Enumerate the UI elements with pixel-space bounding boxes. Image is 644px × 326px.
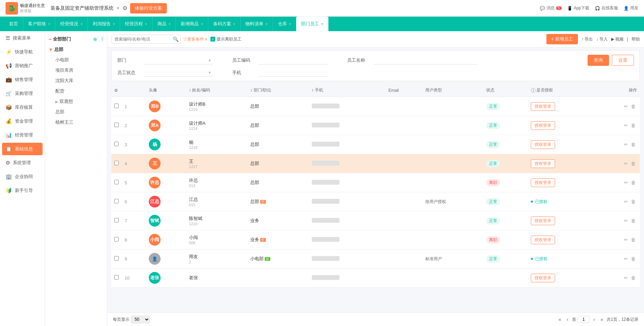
auth-btn[interactable]: 授权登录	[531, 140, 555, 149]
tree-item-zhishu[interactable]: 植树王三	[45, 117, 107, 127]
col-name[interactable]: ↕ 姓名/编码	[186, 84, 247, 97]
tab-close-icon[interactable]: ×	[233, 22, 235, 26]
help-text-btn[interactable]: 帮助	[632, 36, 640, 42]
auth-btn[interactable]: 授权登录	[531, 178, 555, 187]
tab-close-icon[interactable]: ×	[113, 22, 115, 26]
edit-btn[interactable]: ✏	[624, 104, 628, 109]
search-input[interactable]	[111, 35, 181, 44]
nav-tab-物料清单[interactable]: 物料清单×	[241, 17, 273, 31]
row-checkbox[interactable]	[114, 180, 119, 184]
sidebar-item-sales[interactable]: 💼销售管理	[0, 73, 45, 87]
emp-code-input[interactable]	[258, 56, 328, 64]
message-btn[interactable]: 💬 消息 5	[540, 5, 562, 11]
tab-close-icon[interactable]: ×	[145, 22, 147, 26]
auth-btn[interactable]: 授权登录	[531, 102, 555, 111]
delete-btn[interactable]: 🗑	[631, 256, 636, 262]
help-btn[interactable]: |	[627, 37, 628, 42]
row-checkbox[interactable]	[114, 237, 119, 241]
edit-btn[interactable]: ✏	[624, 218, 628, 223]
page-input[interactable]	[578, 316, 590, 323]
more-filter-btn[interactable]: ▽ 更多条件 ∧	[183, 36, 208, 42]
add-employee-btn[interactable]: + 新增员工	[546, 34, 578, 44]
delete-btn[interactable]: 🗑	[631, 237, 636, 243]
last-page-btn[interactable]: »	[598, 316, 605, 323]
delete-btn[interactable]: 🗑	[631, 161, 636, 166]
emp-status-select[interactable]	[144, 69, 213, 77]
tree-item-zongbu[interactable]: 总部	[45, 107, 107, 117]
gear-button[interactable]: ⚙	[123, 5, 127, 11]
delete-btn[interactable]: 🗑	[631, 218, 636, 223]
row-checkbox[interactable]	[114, 199, 119, 203]
app-download-btn[interactable]: 📱 App下载	[567, 5, 589, 11]
tree-item-project[interactable]: 项目库房	[45, 65, 107, 76]
tab-close-icon[interactable]: ×	[289, 22, 291, 26]
nav-tab-商品[interactable]: 商品×	[153, 17, 176, 31]
delete-btn[interactable]: 🗑	[631, 275, 636, 281]
import-btn[interactable]: ↓ 导入	[596, 36, 608, 42]
phone-input[interactable]	[258, 69, 328, 77]
col-settings[interactable]: ⚙	[111, 84, 122, 97]
delete-btn[interactable]: 🗑	[631, 104, 636, 109]
delete-btn[interactable]: 🗑	[631, 199, 636, 204]
auth-btn[interactable]: 授权登录	[531, 217, 555, 225]
delete-btn[interactable]: 🗑	[631, 142, 636, 147]
tree-item-shenyang[interactable]: 沈阳大库	[45, 76, 107, 86]
nav-tab-经营历程[interactable]: 经营历程×	[120, 17, 152, 31]
show-resigned-checkbox[interactable]: ✓	[210, 37, 215, 42]
first-page-btn[interactable]: «	[556, 316, 563, 323]
row-checkbox[interactable]	[114, 104, 119, 108]
edit-btn[interactable]: ✏	[624, 161, 628, 166]
row-checkbox[interactable]	[114, 218, 119, 222]
sidebar-item-inventory[interactable]: 📦库存核算	[0, 100, 45, 114]
auth-btn[interactable]: 授权登录	[531, 159, 555, 168]
sidebar-item-guide[interactable]: 🔰新手引导	[0, 184, 45, 197]
row-checkbox[interactable]	[114, 275, 119, 280]
query-btn[interactable]: 查询	[588, 55, 609, 66]
sidebar-item-finance[interactable]: 💰资金管理	[0, 114, 45, 128]
nav-tab-部门员工[interactable]: 部门员工×	[296, 17, 328, 31]
sidebar-item-marketing[interactable]: 📢营销推广	[0, 59, 45, 73]
user-btn[interactable]: 👤 用友	[624, 5, 638, 11]
auth-info-icon[interactable]: ℹ	[531, 88, 536, 93]
nav-tab-利润报告[interactable]: 利润报告×	[88, 17, 120, 31]
tree-collapse-btn[interactable]: 《	[99, 36, 103, 42]
sidebar-item-purchase[interactable]: 🛒采购管理	[0, 87, 45, 100]
tab-close-icon[interactable]: ×	[80, 22, 82, 26]
auth-btn[interactable]: 授权登录	[531, 236, 555, 244]
delete-btn[interactable]: 🗑	[631, 123, 636, 128]
next-page-btn[interactable]: ›	[591, 316, 597, 323]
emp-name-input[interactable]	[373, 56, 477, 64]
nav-tab-条码方案[interactable]: 条码方案×	[208, 17, 241, 31]
edit-btn[interactable]: ✏	[624, 256, 628, 262]
nav-tab-经营情况[interactable]: 经营情况×	[55, 17, 88, 31]
tree-item-xiaodian[interactable]: 小电部	[45, 55, 107, 65]
delete-btn[interactable]: 🗑	[631, 180, 636, 185]
tab-close-icon[interactable]: ×	[169, 22, 171, 26]
row-checkbox[interactable]	[114, 142, 119, 146]
system-title-dropdown[interactable]: ▼	[116, 6, 120, 10]
row-checkbox[interactable]	[114, 256, 119, 261]
sidebar-item-system[interactable]: ⚙系统管理	[0, 156, 45, 170]
nav-tab-仓库[interactable]: 仓库×	[273, 17, 296, 31]
row-checkbox[interactable]	[114, 161, 119, 165]
tab-close-icon[interactable]: ×	[201, 22, 203, 26]
auth-btn[interactable]: 授权登录	[531, 274, 555, 282]
edit-btn[interactable]: ✏	[624, 180, 628, 185]
nav-tab-新增商品[interactable]: 新增商品×	[176, 17, 208, 31]
nav-tab-客户联络[interactable]: 客户联络×	[23, 17, 55, 31]
tree-group-head[interactable]: ▼ 总部	[45, 44, 107, 55]
page-size-select[interactable]: 50 100	[131, 316, 150, 323]
edit-btn[interactable]: ✏	[624, 123, 628, 128]
col-dept[interactable]: ↕ 部门/职位	[247, 84, 309, 97]
view-btn[interactable]: ▶ 视频	[611, 36, 624, 42]
set-btn[interactable]: 设置	[612, 55, 634, 66]
export-btn[interactable]: ↑ 导出	[581, 36, 593, 42]
edit-btn[interactable]: ✏	[624, 142, 628, 147]
sidebar-item-basic[interactable]: 📋基础信息	[2, 143, 43, 155]
dept-select[interactable]	[144, 56, 213, 64]
edit-btn[interactable]: ✏	[624, 237, 628, 243]
nav-tab-首页[interactable]: 首页	[4, 17, 23, 31]
sidebar-item-corp[interactable]: 🏢企业协同	[0, 170, 45, 184]
sidebar-item-shortcut[interactable]: ⚡快捷导航	[0, 45, 45, 59]
sidebar-item-operations[interactable]: 📊经营管理	[0, 128, 45, 142]
